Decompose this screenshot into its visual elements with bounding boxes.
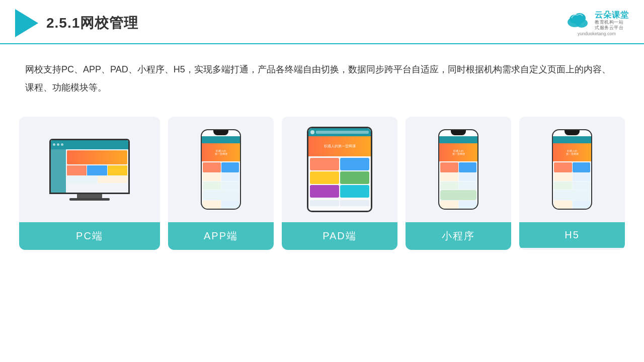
card-app[interactable]: 职通人的第一堂网课 — [168, 117, 274, 250]
h5-phone-mockup: 职通人的第一堂网课 — [552, 129, 592, 210]
app-phone-screen: 职通人的第一堂网课 — [202, 130, 240, 209]
card-app-label: APP端 — [168, 222, 274, 250]
card-pad-image: 职通人的第一堂网课 — [282, 117, 397, 222]
card-app-image: 职通人的第一堂网课 — [168, 117, 274, 222]
cloud-logo: 云朵课堂 教育机构一站式服务云平台 — [565, 10, 629, 31]
description-paragraph: 网校支持PC、APP、PAD、小程序、H5，实现多端打通，产品各终端自由切换，数… — [25, 60, 619, 97]
tablet-banner: 职通人的第一堂网课 — [308, 136, 371, 156]
card-h5-image: 职通人的第一堂网课 — [519, 117, 625, 222]
logo-url: yunduoketang.com — [578, 31, 616, 36]
app-phone-mockup: 职通人的第一堂网课 — [201, 129, 241, 210]
miniprogram-phone-screen: 职通人的第一堂网课 — [439, 130, 477, 209]
logo-sub-text: 教育机构一站式服务云平台 — [595, 20, 629, 31]
card-h5[interactable]: 职通人的第一堂网课 — [519, 117, 625, 250]
card-h5-label: H5 — [519, 222, 625, 248]
card-pad[interactable]: 职通人的第一堂网课 — [282, 117, 397, 250]
app-phone-body: 职通人的第一堂网课 — [201, 129, 241, 210]
logo-text: 云朵课堂 教育机构一站式服务云平台 — [595, 10, 629, 31]
pc-device-mockup — [49, 139, 130, 201]
card-pc-label: PC端 — [19, 222, 160, 250]
cards-container: PC端 职通人的第一堂网课 — [0, 107, 644, 265]
logo-main-text: 云朵课堂 — [595, 10, 629, 20]
card-pc[interactable]: PC端 — [19, 117, 160, 250]
page-title: 2.5.1网校管理 — [46, 14, 138, 33]
pc-stand — [77, 194, 102, 198]
cloud-icon — [565, 11, 591, 29]
pc-screen — [49, 139, 130, 194]
logo-triangle-icon — [15, 9, 38, 37]
pad-tablet-body: 职通人的第一堂网课 — [307, 127, 372, 212]
h5-phone-body: 职通人的第一堂网课 — [552, 129, 592, 210]
card-pc-image — [19, 117, 160, 222]
h5-phone-notch — [565, 130, 580, 135]
miniprogram-phone-body: 职通人的第一堂网课 — [438, 129, 478, 210]
card-miniprogram[interactable]: 职通人的第一堂网课 — [406, 117, 511, 250]
card-miniprogram-image: 职通人的第一堂网课 — [406, 117, 511, 222]
pc-base — [69, 198, 110, 201]
miniprogram-phone-mockup: 职通人的第一堂网课 — [438, 129, 478, 210]
card-pad-label: PAD端 — [282, 222, 397, 250]
h5-phone-screen: 职通人的第一堂网课 — [553, 130, 591, 209]
header-left: 2.5.1网校管理 — [15, 9, 138, 37]
pad-tablet-screen: 职通人的第一堂网课 — [308, 128, 371, 211]
phone-notch — [213, 130, 228, 135]
page-header: 2.5.1网校管理 云朵课堂 教育机构一站式服务云平台 yunduoketang… — [0, 0, 644, 44]
description-text: 网校支持PC、APP、PAD、小程序、H5，实现多端打通，产品各终端自由切换，数… — [0, 44, 644, 107]
miniprogram-phone-notch — [451, 130, 466, 135]
tablet-nav — [308, 128, 371, 136]
card-miniprogram-label: 小程序 — [406, 222, 511, 250]
pad-tablet-mockup: 职通人的第一堂网课 — [307, 127, 372, 212]
header-right: 云朵课堂 教育机构一站式服务云平台 yunduoketang.com — [565, 10, 629, 37]
